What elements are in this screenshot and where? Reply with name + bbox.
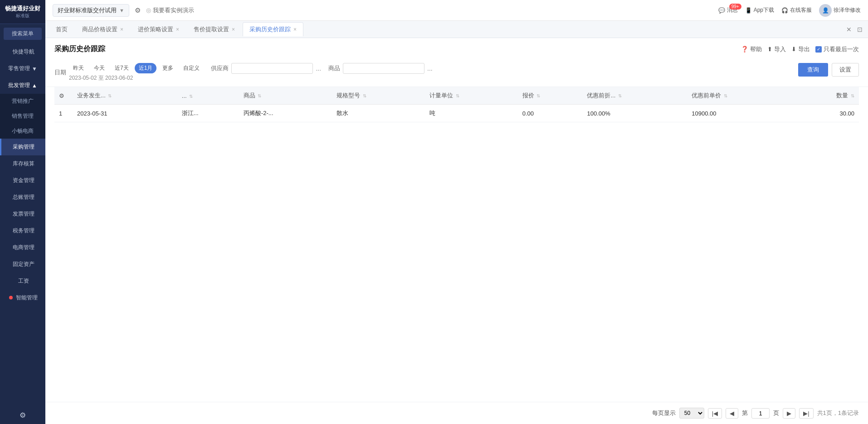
tab-price-label: 商品价格设置 xyxy=(82,25,117,34)
sidebar-item-purchase[interactable]: 采购管理 xyxy=(0,139,45,155)
pagination-next-btn[interactable]: ▶ xyxy=(783,408,795,419)
search-menu-button[interactable]: 搜索菜单 xyxy=(4,28,42,40)
tab-sale-price-close[interactable]: × xyxy=(232,26,235,33)
chevron-down-icon: ▼ xyxy=(119,8,124,13)
page-label: 第 xyxy=(742,409,748,417)
cell-quote: 0.00 xyxy=(518,105,583,122)
help-button[interactable]: ❓ 帮助 xyxy=(741,45,762,53)
goods-dots[interactable]: ... xyxy=(427,65,433,72)
supplier-input[interactable] xyxy=(231,63,313,74)
message-icon: 💬 xyxy=(718,7,725,14)
th-goods[interactable]: 商品 ⇅ xyxy=(239,87,332,105)
tab-purchase-strategy[interactable]: 进价策略设置 × xyxy=(131,22,186,36)
sidebar-item-ecom-small[interactable]: 小畅电商 xyxy=(0,124,45,139)
messages-badge: 99+ xyxy=(729,4,741,10)
th-discount[interactable]: 优惠前折... ⇅ xyxy=(582,87,687,105)
topbar-right: 💬 消息 99+ 📱 App下载 🎧 在线客服 👤 徐泽华修改 xyxy=(718,4,861,17)
user-menu[interactable]: 👤 徐泽华修改 xyxy=(819,4,861,17)
tab-purchase-history-close[interactable]: × xyxy=(293,26,297,33)
sort-icon: ⇅ xyxy=(108,93,112,98)
table-body: 1 2023-05-31 浙江... 丙烯酸-2-... 散水 吨 0.00 1… xyxy=(54,105,859,122)
th-spec-label: 规格型号 xyxy=(336,92,360,99)
date-btn-1month[interactable]: 近1月 xyxy=(135,63,157,73)
th-dots[interactable]: ... ⇅ xyxy=(177,87,239,105)
th-qty[interactable]: 数量 ⇅ xyxy=(794,87,859,105)
sidebar-item-ecom[interactable]: 电商管理 xyxy=(0,239,45,256)
date-btn-more[interactable]: 更多 xyxy=(158,63,177,73)
tab-panel-expand-btn[interactable]: ⊡ xyxy=(855,24,864,35)
product-selector[interactable]: 好业财标准版交付试用 ▼ xyxy=(53,4,129,17)
sidebar-item-salary[interactable]: 工资 xyxy=(0,273,45,289)
sort-icon: ⇅ xyxy=(456,93,459,98)
th-qty-label: 数量 xyxy=(836,92,848,99)
date-btn-custom[interactable]: 自定义 xyxy=(179,63,204,73)
th-pre-discount-price-label: 优惠前单价 xyxy=(692,92,721,99)
sidebar-item-label: 发票管理 xyxy=(13,211,34,217)
date-btn-today[interactable]: 今天 xyxy=(90,63,109,73)
sidebar-item-quick-nav[interactable]: 快捷导航 xyxy=(0,43,45,60)
tab-sale-price[interactable]: 售价提取设置 × xyxy=(187,22,242,36)
sidebar-search[interactable]: 搜索菜单 xyxy=(0,24,45,43)
sidebar-item-finance[interactable]: 资金管理 xyxy=(0,172,45,189)
settings-button[interactable]: 设置 xyxy=(832,63,859,77)
tab-panel-close-btn[interactable]: ✕ xyxy=(844,24,853,35)
online-support-button[interactable]: 🎧 在线客服 xyxy=(781,6,812,14)
tab-price-close[interactable]: × xyxy=(120,26,123,33)
app-download-button[interactable]: 📱 App下载 xyxy=(745,6,774,14)
tab-purchase-history[interactable]: 采购历史价跟踪 × xyxy=(243,22,303,36)
tab-purchase-strategy-close[interactable]: × xyxy=(176,26,179,33)
sidebar-item-sales[interactable]: 销售管理 xyxy=(0,109,45,124)
date-btn-yesterday[interactable]: 昨天 xyxy=(69,63,88,73)
supplier-filter-label: 供应商 xyxy=(211,64,229,72)
th-unit[interactable]: 计量单位 ⇅ xyxy=(425,87,518,105)
pagination-last-btn[interactable]: ▶| xyxy=(799,408,813,419)
only-last-checkbox[interactable]: ✓ 只看最后一次 xyxy=(815,45,859,53)
page-number-input[interactable] xyxy=(751,408,770,419)
supplier-dots[interactable]: ... xyxy=(316,65,321,72)
cell-discount: 100.00% xyxy=(582,105,687,122)
sidebar-item-inventory[interactable]: 库存核算 xyxy=(0,155,45,172)
messages-button[interactable]: 💬 消息 99+ xyxy=(718,6,738,14)
demo-link[interactable]: 我要看实例演示 xyxy=(146,6,194,14)
sort-icon: ⇅ xyxy=(618,93,622,98)
sidebar-item-invoice[interactable]: 发票管理 xyxy=(0,206,45,222)
sidebar-item-label: 资金管理 xyxy=(13,177,34,183)
sidebar-item-wholesale[interactable]: 批发管理 ▲ xyxy=(0,77,45,94)
sidebar-logo: 畅捷通好业财 标准版 xyxy=(0,0,45,24)
date-btn-7days[interactable]: 近7天 xyxy=(111,63,133,73)
gear-icon[interactable]: ⚙ xyxy=(20,411,26,419)
demo-label: 我要看实例演示 xyxy=(153,6,194,14)
pagination-prev-btn[interactable]: ◀ xyxy=(726,408,738,419)
th-quote[interactable]: 报价 ⇅ xyxy=(518,87,583,105)
filter-date-group: 日期 昨天 今天 近7天 近1月 更多 自定义 2023-05-02 至 202… xyxy=(54,63,204,82)
table-row: 1 2023-05-31 浙江... 丙烯酸-2-... 散水 吨 0.00 1… xyxy=(54,105,859,122)
sidebar-item-label: 快捷导航 xyxy=(13,48,34,55)
pagination-first-btn[interactable]: |◀ xyxy=(708,408,722,419)
th-discount-label: 优惠前折... xyxy=(587,92,615,99)
only-last-label: 只看最后一次 xyxy=(824,45,859,53)
per-page-select[interactable]: 50 10 20 100 xyxy=(679,408,704,419)
date-options: 昨天 今天 近7天 近1月 更多 自定义 2023-05-02 至 2023-0… xyxy=(69,63,204,82)
sidebar-item-smart[interactable]: 智能管理 xyxy=(0,289,45,306)
sidebar-item-retail[interactable]: 零售管理 ▼ xyxy=(0,60,45,77)
query-button[interactable]: 查询 xyxy=(798,63,828,77)
tab-home[interactable]: 首页 xyxy=(49,22,74,36)
sidebar-item-fixed-assets[interactable]: 固定资产 xyxy=(0,256,45,273)
chevron-up-icon: ▲ xyxy=(32,82,37,89)
export-button[interactable]: ⬇ 导出 xyxy=(791,45,810,53)
th-biz-date[interactable]: 业务发生... ⇅ xyxy=(73,87,177,105)
cell-spec: 散水 xyxy=(332,105,425,122)
sort-icon: ⇅ xyxy=(363,93,366,98)
th-pre-discount-price[interactable]: 优惠前单价 ⇅ xyxy=(687,87,794,105)
th-spec[interactable]: 规格型号 ⇅ xyxy=(332,87,425,105)
settings-icon[interactable]: ⚙ xyxy=(135,6,141,14)
sidebar-item-ledger[interactable]: 总账管理 xyxy=(0,189,45,206)
goods-filter-label: 商品 xyxy=(328,64,340,72)
th-gear[interactable]: ⚙ xyxy=(54,87,73,105)
import-button[interactable]: ⬆ 导入 xyxy=(767,45,786,53)
sidebar-item-marketing[interactable]: 营销推广 xyxy=(0,94,45,109)
help-label: 帮助 xyxy=(750,45,762,53)
tab-price[interactable]: 商品价格设置 × xyxy=(75,22,130,36)
sidebar-item-tax[interactable]: 税务管理 xyxy=(0,222,45,239)
goods-input[interactable] xyxy=(343,63,424,74)
